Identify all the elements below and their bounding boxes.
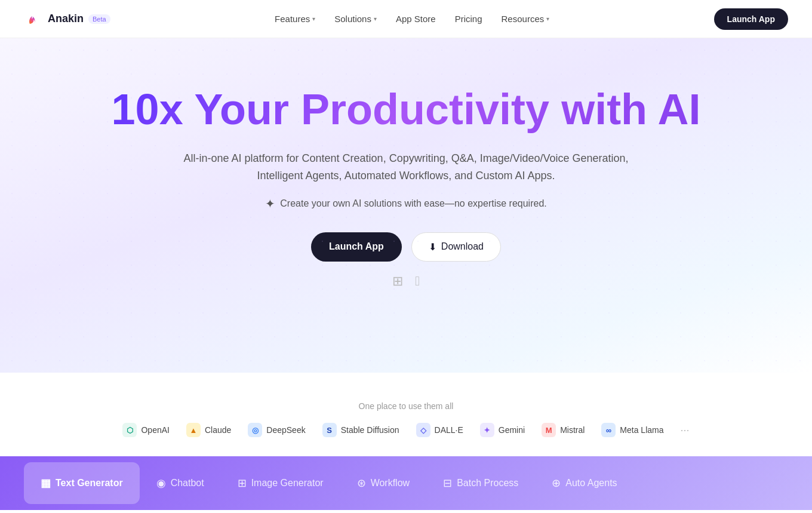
nav-links: Features ▾ Solutions ▾ App Store Pricing… xyxy=(275,14,549,24)
nav-features[interactable]: Features ▾ xyxy=(275,14,315,24)
tab-text-generator[interactable]: ▦ Text Generator xyxy=(24,462,140,504)
brands-label: One place to use them all xyxy=(24,401,788,411)
tab-label: Batch Process xyxy=(457,478,518,489)
brand-item[interactable]: ◇ DALL·E xyxy=(416,423,463,437)
brand-name: Mistral xyxy=(560,425,585,435)
brand-logo: ▲ xyxy=(186,423,201,437)
hero-buttons: Launch App ⬇ Download xyxy=(12,232,800,262)
beta-badge: Beta xyxy=(88,14,110,24)
hero-launch-button[interactable]: Launch App xyxy=(311,232,402,262)
hero-download-button[interactable]: ⬇ Download xyxy=(411,232,501,262)
brand-logo: ◎ xyxy=(248,423,262,437)
tab-icon: ◉ xyxy=(156,477,166,490)
windows-icon[interactable]: ⊞ xyxy=(392,274,403,289)
nav-solutions[interactable]: Solutions ▾ xyxy=(334,14,377,24)
brand-name: DALL·E xyxy=(435,425,463,435)
hero-os-icons: ⊞  xyxy=(12,274,800,289)
nav-pricing[interactable]: Pricing xyxy=(455,14,482,24)
brand-name: Stable Diffusion xyxy=(341,425,399,435)
apple-icon[interactable]:  xyxy=(415,274,420,289)
tab-workflow[interactable]: ⊛ Workflow xyxy=(340,462,427,504)
brand-name: DeepSeek xyxy=(266,425,305,435)
brand-item[interactable]: ⬡ OpenAI xyxy=(122,423,169,437)
chevron-icon: ▾ xyxy=(312,16,315,22)
chevron-icon: ▾ xyxy=(374,16,377,22)
brand-item[interactable]: ◎ DeepSeek xyxy=(248,423,305,437)
tab-icon: ⊛ xyxy=(357,477,366,490)
brand-logo: ∞ xyxy=(601,423,616,437)
tab-label: Workflow xyxy=(371,478,410,489)
hero-tagline: ✦ Create your own AI solutions with ease… xyxy=(12,196,800,211)
tab-icon: ⊕ xyxy=(552,477,561,490)
brand-logo: S xyxy=(322,423,337,437)
brand-name: OpenAI xyxy=(141,425,169,435)
download-icon: ⬇ xyxy=(429,241,436,253)
brand-item[interactable]: ✦ Gemini xyxy=(480,423,525,437)
brands-section: One place to use them all ⬡ OpenAI ▲ Cla… xyxy=(0,373,812,456)
tab-batch-process[interactable]: ⊟ Batch Process xyxy=(426,462,535,504)
logo-icon xyxy=(24,10,43,29)
brand-name: Meta Llama xyxy=(620,425,663,435)
sparkle-icon: ✦ xyxy=(265,196,275,211)
tab-label: Chatbot xyxy=(171,478,204,489)
logo[interactable]: Anakin Beta xyxy=(24,10,110,29)
brand-name: Gemini xyxy=(499,425,525,435)
nav-resources[interactable]: Resources ▾ xyxy=(502,14,550,24)
bottom-tabs: ▦ Text Generator ◉ Chatbot ⊞ Image Gener… xyxy=(0,456,812,510)
tab-label: Text Generator xyxy=(56,478,123,489)
brands-more: ··· xyxy=(681,424,690,437)
nav-appstore[interactable]: App Store xyxy=(396,14,436,24)
nav-launch-button[interactable]: Launch App xyxy=(714,8,788,30)
tab-chatbot[interactable]: ◉ Chatbot xyxy=(140,462,221,504)
hero-subtitle: All-in-one AI platform for Content Creat… xyxy=(179,150,633,185)
tab-icon: ⊟ xyxy=(443,477,452,490)
brand-item[interactable]: M Mistral xyxy=(542,423,585,437)
tab-label: Image Generator xyxy=(251,478,324,489)
brand-logo: ◇ xyxy=(416,423,430,437)
tab-label: Auto Agents xyxy=(565,478,617,489)
tab-image-generator[interactable]: ⊞ Image Generator xyxy=(221,462,340,504)
tab-auto-agents[interactable]: ⊕ Auto Agents xyxy=(535,462,633,504)
brand-item[interactable]: S Stable Diffusion xyxy=(322,423,399,437)
hero-title: 10x Your Productivity with AI xyxy=(12,86,800,133)
brands-list: ⬡ OpenAI ▲ Claude ◎ DeepSeek S Stable Di… xyxy=(24,423,788,437)
logo-name: Anakin xyxy=(48,13,84,25)
navbar: Anakin Beta Features ▾ Solutions ▾ App S… xyxy=(0,0,812,38)
brand-item[interactable]: ∞ Meta Llama xyxy=(601,423,663,437)
tab-icon: ▦ xyxy=(41,477,51,490)
tab-icon: ⊞ xyxy=(238,477,247,490)
brand-logo: ⬡ xyxy=(122,423,137,437)
brand-logo: M xyxy=(542,423,556,437)
hero-section: 10x Your Productivity with AI All-in-one… xyxy=(0,38,812,373)
brand-item[interactable]: ▲ Claude xyxy=(186,423,231,437)
brand-logo: ✦ xyxy=(480,423,494,437)
brand-name: Claude xyxy=(205,425,231,435)
chevron-icon: ▾ xyxy=(546,16,549,22)
